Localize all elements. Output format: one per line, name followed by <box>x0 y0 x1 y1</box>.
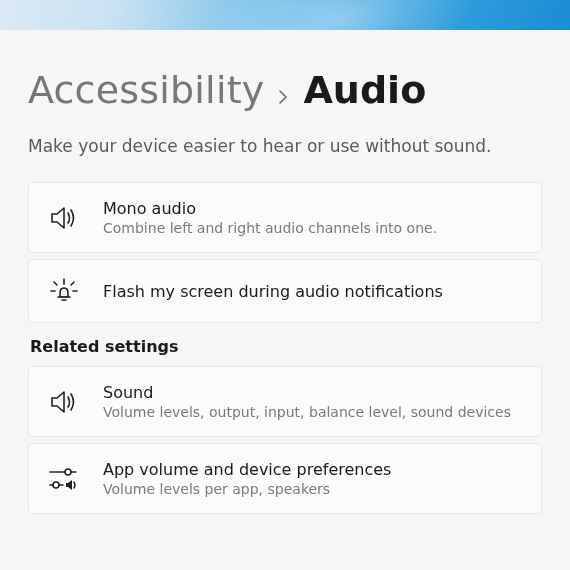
window-titlebar <box>0 0 570 30</box>
svg-line-2 <box>71 282 74 285</box>
page-subtitle: Make your device easier to hear or use w… <box>28 136 542 156</box>
speaker-icon <box>47 387 81 417</box>
related-settings-header: Related settings <box>30 337 542 356</box>
setting-title: Mono audio <box>103 199 437 218</box>
page-title: Audio <box>303 68 426 112</box>
setting-title: Flash my screen during audio notificatio… <box>103 282 443 301</box>
setting-title: Sound <box>103 383 511 402</box>
chevron-right-icon <box>278 89 289 105</box>
svg-line-1 <box>54 282 57 285</box>
mixer-icon <box>47 464 81 494</box>
setting-flash-screen[interactable]: Flash my screen during audio notificatio… <box>28 259 542 323</box>
setting-desc: Volume levels per app, speakers <box>103 481 391 497</box>
setting-text: Flash my screen during audio notificatio… <box>103 282 443 301</box>
svg-point-8 <box>53 482 59 488</box>
setting-text: Mono audio Combine left and right audio … <box>103 199 437 236</box>
settings-page: Accessibility Audio Make your device eas… <box>0 30 570 514</box>
setting-text: Sound Volume levels, output, input, bala… <box>103 383 511 420</box>
speaker-icon <box>47 203 81 233</box>
setting-text: App volume and device preferences Volume… <box>103 460 391 497</box>
related-sound[interactable]: Sound Volume levels, output, input, bala… <box>28 366 542 437</box>
breadcrumb-parent[interactable]: Accessibility <box>28 68 264 112</box>
notification-flash-icon <box>47 276 81 306</box>
related-app-volume[interactable]: App volume and device preferences Volume… <box>28 443 542 514</box>
setting-desc: Combine left and right audio channels in… <box>103 220 437 236</box>
setting-mono-audio[interactable]: Mono audio Combine left and right audio … <box>28 182 542 253</box>
setting-desc: Volume levels, output, input, balance le… <box>103 404 511 420</box>
svg-point-6 <box>65 469 71 475</box>
breadcrumb: Accessibility Audio <box>28 68 542 112</box>
setting-title: App volume and device preferences <box>103 460 391 479</box>
